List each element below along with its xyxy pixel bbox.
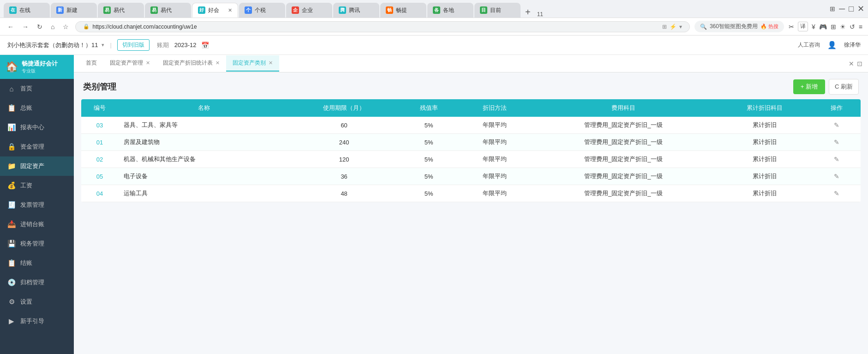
- tab-label-t11: 目前: [490, 6, 501, 14]
- tab-window-maximize[interactable]: ⊡: [857, 60, 862, 67]
- calendar-icon[interactable]: 📅: [201, 42, 209, 49]
- page-tab-depreciation[interactable]: 固定资产折旧统计表 ✕: [156, 55, 226, 72]
- cell-action-0[interactable]: ✎: [813, 117, 861, 134]
- close-icon[interactable]: ✕: [857, 4, 864, 14]
- menu-icon[interactable]: ≡: [859, 23, 862, 30]
- sidebar-item-inout[interactable]: 📥 进销台账: [0, 215, 74, 234]
- page-tab-home[interactable]: 首页: [79, 55, 103, 72]
- forward-button[interactable]: →: [20, 21, 30, 32]
- browser-tab-t7[interactable]: 企 企业: [286, 3, 332, 18]
- cell-residual-2: 5%: [399, 151, 459, 168]
- browser-tab-t8[interactable]: 腾 腾讯: [333, 3, 379, 18]
- page-tab-category[interactable]: 固定资产类别 ✕: [226, 55, 279, 72]
- bookmark-button[interactable]: ☆: [61, 21, 71, 32]
- sidebar-item-settings[interactable]: ⚙ 设置: [0, 292, 74, 312]
- period-label: 账期: [157, 41, 169, 49]
- cell-name-2: 机器、机械和其他生产设备: [118, 151, 289, 168]
- sidebar-item-label-fund: 资金管理: [20, 143, 44, 151]
- page-tab-home-label: 首页: [86, 59, 97, 67]
- sidebar-item-label-home: 首页: [20, 84, 32, 93]
- logged-user: 徐泽华: [844, 41, 861, 49]
- sidebar-item-tax[interactable]: 💾 税务管理: [0, 234, 74, 253]
- tab-close-t5[interactable]: ✕: [228, 7, 232, 13]
- undo-icon[interactable]: ↺: [850, 23, 855, 30]
- sidebar-item-fund[interactable]: 🔒 资金管理: [0, 137, 74, 156]
- tab-label-t8: 腾讯: [349, 6, 360, 14]
- tab-icon-t11: 目: [480, 6, 487, 14]
- edit-icon-1[interactable]: ✎: [834, 138, 839, 146]
- cell-period-0: 60: [289, 117, 399, 134]
- edit-icon-2[interactable]: ✎: [834, 156, 839, 163]
- maximize-icon[interactable]: □: [849, 4, 854, 14]
- settlement-icon: 📋: [7, 259, 16, 267]
- grid-icon[interactable]: ⊞: [831, 23, 836, 30]
- edit-icon-3[interactable]: ✎: [834, 173, 839, 180]
- browser-tab-t4[interactable]: 易 易代: [145, 3, 191, 18]
- cell-action-3[interactable]: ✎: [813, 168, 861, 185]
- sidebar-item-payroll[interactable]: 💰 工资: [0, 176, 74, 195]
- sidebar-item-home[interactable]: ⌂ 首页: [0, 79, 74, 98]
- sidebar-item-fixed-assets[interactable]: 📁 固定资产: [0, 156, 74, 176]
- cell-action-2[interactable]: ✎: [813, 151, 861, 168]
- back-button[interactable]: ←: [6, 21, 16, 32]
- browser-tab-t11[interactable]: 目 目前: [474, 3, 521, 18]
- browser-tab-t3[interactable]: 易 易代: [98, 3, 144, 18]
- reload-button[interactable]: ↻: [35, 21, 44, 32]
- new-tab-button[interactable]: +: [521, 7, 534, 18]
- search-bar[interactable]: 🔍 360智能抠图免费用 🔥 热搜: [694, 21, 784, 32]
- cell-action-4[interactable]: ✎: [813, 185, 861, 202]
- table-row: 05 电子设备 36 5% 年限平均 管理费用_固定资产折旧_一级 累计折旧 ✎: [81, 168, 861, 185]
- table-row: 03 器具、工具、家具等 60 5% 年限平均 管理费用_固定资产折旧_一级 累…: [81, 117, 861, 134]
- minimize-icon[interactable]: ─: [839, 4, 845, 14]
- tab-label-t2: 新建: [66, 6, 78, 14]
- brightness-icon[interactable]: ☀: [840, 23, 846, 30]
- hot-label: 🔥 热搜: [760, 23, 778, 30]
- scissors-icon[interactable]: ✂: [789, 23, 794, 30]
- fixed-assets-icon: 📁: [7, 162, 16, 170]
- page-tab-category-close[interactable]: ✕: [269, 60, 273, 66]
- sidebar-item-invoice[interactable]: 🧾 发票管理: [0, 195, 74, 215]
- data-table: 编号 名称 使用期限（月） 残值率 折旧方法 费用科目 累计折旧科目 操作 03…: [81, 99, 861, 202]
- sidebar-item-ledger[interactable]: 📋 总账: [0, 98, 74, 118]
- cell-method-2: 年限平均: [459, 151, 531, 168]
- wallet-icon[interactable]: ¥: [812, 23, 815, 30]
- sidebar-item-guide[interactable]: ▶ 新手引导: [0, 312, 74, 331]
- search-label: 360智能抠图免费用: [710, 23, 758, 30]
- cell-code-3: 05: [81, 168, 118, 185]
- chevron-down-icon[interactable]: ▾: [102, 42, 104, 48]
- cell-expense-4: 管理费用_固定资产折旧_一级: [531, 185, 716, 202]
- browser-tab-t5[interactable]: 好 好会 ✕: [192, 3, 238, 18]
- tab-window-close[interactable]: ✕: [849, 60, 854, 67]
- browser-tab-t1[interactable]: 在 在线: [4, 3, 50, 18]
- refresh-button[interactable]: C 刷新: [829, 79, 859, 95]
- consult-button[interactable]: 人工咨询: [798, 41, 820, 49]
- sidebar-item-archive[interactable]: 💿 归档管理: [0, 273, 74, 292]
- edit-icon-0[interactable]: ✎: [834, 121, 839, 129]
- cell-expense-3: 管理费用_固定资产折旧_一级: [531, 168, 716, 185]
- url-bar[interactable]: 🔒 https://cloud.chanjet.com/accounting/u…: [75, 21, 689, 32]
- report-icon: 📊: [7, 123, 16, 132]
- browser-tab-t10[interactable]: 各 各地: [427, 3, 473, 18]
- cell-method-4: 年限平均: [459, 185, 531, 202]
- home-button[interactable]: ⌂: [49, 21, 56, 32]
- switch-version-button[interactable]: 切到旧版: [117, 39, 150, 51]
- sidebar-item-settlement[interactable]: 📋 结账: [0, 253, 74, 273]
- tab-icon-t5: 好: [198, 6, 205, 14]
- cell-action-1[interactable]: ✎: [813, 134, 861, 151]
- browser-tab-t6[interactable]: 个 个税: [239, 3, 285, 18]
- translate-icon[interactable]: 译: [798, 22, 808, 31]
- edit-icon-4[interactable]: ✎: [834, 190, 839, 197]
- cell-name-4: 运输工具: [118, 185, 289, 202]
- cell-period-1: 240: [289, 134, 399, 151]
- browser-tab-t9[interactable]: 畅 畅提: [380, 3, 426, 18]
- browser-tab-t2[interactable]: 新 新建: [51, 3, 97, 18]
- cell-accum-0: 累计折旧: [716, 117, 813, 134]
- page-tab-category-label: 固定资产类别: [233, 59, 266, 67]
- add-button[interactable]: + 新增: [793, 79, 825, 94]
- page-tab-depreciation-close[interactable]: ✕: [216, 60, 220, 66]
- page-tab-fixed-mgmt[interactable]: 固定资产管理 ✕: [103, 55, 156, 72]
- page-tab-fixed-mgmt-close[interactable]: ✕: [146, 60, 150, 66]
- sidebar-item-report[interactable]: 📊 报表中心: [0, 118, 74, 137]
- game-icon[interactable]: 🎮: [819, 23, 827, 30]
- chevron-down-icon[interactable]: ▾: [679, 24, 682, 30]
